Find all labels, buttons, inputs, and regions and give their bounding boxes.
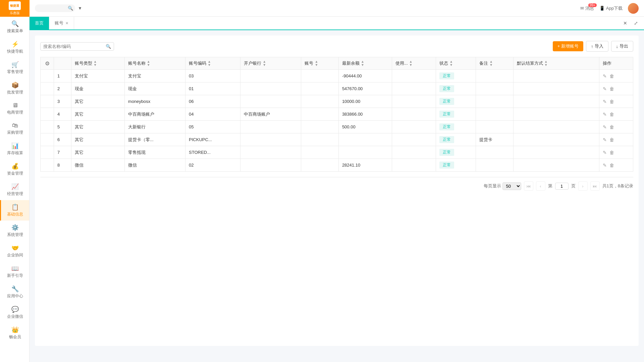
topbar-dropdown[interactable]: ▼ bbox=[78, 6, 82, 11]
balance-header-label: 最新余额 bbox=[342, 60, 360, 66]
sort-icon: ▲▼ bbox=[489, 60, 493, 67]
topbar-search-input[interactable] bbox=[39, 6, 66, 11]
import-button[interactable]: ↑ 导入 bbox=[586, 41, 608, 52]
row-code: 04 bbox=[185, 108, 240, 121]
row-settlement bbox=[513, 121, 599, 133]
message-badge: 99+ bbox=[588, 3, 597, 7]
sidebar-item-label: 电商管理 bbox=[7, 110, 23, 115]
status-header-label: 状态 bbox=[439, 60, 448, 66]
delete-icon[interactable]: 🗑 bbox=[609, 99, 614, 104]
delete-icon[interactable]: 🗑 bbox=[609, 137, 614, 142]
no-column-header bbox=[54, 57, 71, 70]
tab-account[interactable]: 账号 ✕ bbox=[49, 17, 74, 29]
settings-column-header[interactable]: ⚙ bbox=[41, 57, 54, 70]
settlement-header-label: 默认结算方式 bbox=[517, 60, 543, 66]
code-header-label: 账号编码 bbox=[189, 60, 206, 66]
row-balance: 10000.00 bbox=[338, 95, 392, 108]
usage-column-header[interactable]: 使用... ▲▼ bbox=[392, 57, 436, 70]
sidebar-item-label: 零售管理 bbox=[7, 69, 23, 75]
edit-icon[interactable]: ✎ bbox=[603, 112, 607, 117]
row-settlement bbox=[513, 70, 599, 82]
row-settlement bbox=[513, 133, 599, 146]
row-no: 6 bbox=[54, 133, 71, 146]
sidebar-item-member[interactable]: 👑 畅会员 bbox=[0, 323, 29, 343]
edit-icon[interactable]: ✎ bbox=[603, 99, 607, 104]
sidebar-item-basic[interactable]: 📋 基础信息 bbox=[0, 200, 29, 221]
row-usage bbox=[392, 108, 436, 121]
sidebar-item-retail[interactable]: 🛒 零售管理 bbox=[0, 58, 29, 78]
delete-icon[interactable]: 🗑 bbox=[609, 112, 614, 117]
first-page-button[interactable]: ⏮ bbox=[524, 181, 533, 191]
table-row: 8 微信 微信 02 28241.10 正常 ✎ 🗑 bbox=[41, 159, 633, 172]
edit-icon[interactable]: ✎ bbox=[603, 163, 607, 168]
maximize-window-button[interactable]: ⤢ bbox=[632, 19, 640, 27]
delete-icon[interactable]: 🗑 bbox=[609, 150, 614, 155]
delete-icon[interactable]: 🗑 bbox=[609, 73, 614, 79]
sidebar-item-guide[interactable]: 📖 新手引导 bbox=[0, 261, 29, 282]
sidebar-item-label: 批发管理 bbox=[7, 89, 23, 95]
close-window-button[interactable]: ✕ bbox=[621, 19, 629, 27]
tab-home[interactable]: 首页 bbox=[30, 17, 49, 29]
message-button[interactable]: ✉ 消息 99+ bbox=[580, 5, 594, 11]
type-column-header[interactable]: 账号类型 ▲▼ bbox=[71, 57, 124, 70]
balance-column-header[interactable]: 最新余额 ▲▼ bbox=[338, 57, 392, 70]
import-icon: ↑ bbox=[591, 44, 593, 49]
sidebar-item-finance[interactable]: 💰 资金管理 bbox=[0, 159, 29, 180]
sidebar-item-wholesale[interactable]: 📦 批发管理 bbox=[0, 78, 29, 99]
edit-icon[interactable]: ✎ bbox=[603, 73, 607, 79]
row-actions: ✎ 🗑 bbox=[599, 70, 633, 82]
app-download-button[interactable]: 📱 App下载 bbox=[599, 5, 623, 11]
edit-icon[interactable]: ✎ bbox=[603, 124, 607, 130]
delete-icon[interactable]: 🗑 bbox=[609, 86, 614, 92]
row-bank: 中百商场账户 bbox=[240, 108, 301, 121]
delete-icon[interactable]: 🗑 bbox=[609, 163, 614, 168]
app-logo: 畅捷通 乐惠版 bbox=[0, 0, 30, 17]
tab-home-label: 首页 bbox=[35, 20, 44, 26]
sidebar-item-agreement[interactable]: 🤝 企业协同 bbox=[0, 241, 29, 261]
export-button[interactable]: ↓ 导出 bbox=[611, 41, 634, 52]
edit-icon[interactable]: ✎ bbox=[603, 137, 607, 142]
row-type: 其它 bbox=[71, 121, 124, 133]
sidebar-item-wechat[interactable]: 💬 企业微信 bbox=[0, 302, 29, 323]
topbar-search[interactable]: 🔍 bbox=[35, 4, 75, 12]
remark-column-header[interactable]: 备注 ▲▼ bbox=[476, 57, 514, 70]
page-suffix-label: 页 bbox=[571, 183, 576, 189]
row-account bbox=[301, 133, 339, 146]
sidebar-item-app-center[interactable]: 🔧 应用中心 bbox=[0, 282, 29, 302]
settlement-column-header[interactable]: 默认结算方式 ▲▼ bbox=[513, 57, 599, 70]
sidebar-item-inventory[interactable]: 📊 库存核算 bbox=[0, 139, 29, 159]
table-search-input[interactable] bbox=[43, 44, 104, 49]
bank-column-header[interactable]: 开户银行 ▲▼ bbox=[240, 57, 301, 70]
sidebar-item-label: 快捷导航 bbox=[7, 49, 23, 54]
delete-icon[interactable]: 🗑 bbox=[609, 124, 614, 130]
add-account-button[interactable]: + 新增账号 bbox=[553, 41, 583, 51]
prev-page-button[interactable]: ‹ bbox=[536, 181, 545, 191]
status-column-header[interactable]: 状态 ▲▼ bbox=[436, 57, 476, 70]
sidebar-item-system[interactable]: ⚙️ 系统管理 bbox=[0, 221, 29, 241]
sidebar-item-operation[interactable]: 📈 经营管理 bbox=[0, 180, 29, 200]
table-search-wrap[interactable]: 🔍 bbox=[40, 42, 114, 51]
tab-account-close-icon[interactable]: ✕ bbox=[65, 21, 68, 25]
row-code: 05 bbox=[185, 121, 240, 133]
sidebar-item-search[interactable]: 🔍 搜索菜单 bbox=[0, 17, 29, 37]
row-settings bbox=[41, 159, 54, 172]
page-size-select[interactable]: 50 10 20 100 bbox=[502, 182, 521, 190]
sidebar-item-label: 基础信息 bbox=[7, 212, 23, 217]
sidebar-item-quick[interactable]: ⚡ 快捷导航 bbox=[0, 37, 29, 58]
member-icon: 👑 bbox=[11, 326, 19, 334]
user-avatar[interactable] bbox=[628, 3, 639, 14]
last-page-button[interactable]: ⏭ bbox=[590, 181, 600, 191]
row-no: 2 bbox=[54, 82, 71, 95]
sidebar-item-ecommerce[interactable]: 🖥 电商管理 bbox=[0, 99, 29, 119]
next-page-button[interactable]: › bbox=[578, 181, 588, 191]
row-actions: ✎ 🗑 bbox=[599, 121, 633, 133]
edit-icon[interactable]: ✎ bbox=[603, 86, 607, 92]
edit-icon[interactable]: ✎ bbox=[603, 150, 607, 155]
name-column-header[interactable]: 账号名称 ▲▼ bbox=[124, 57, 185, 70]
sidebar-item-purchase[interactable]: 🛍 采购管理 bbox=[0, 119, 29, 139]
table-search-icon: 🔍 bbox=[106, 44, 111, 49]
status-badge: 正常 bbox=[439, 162, 454, 169]
code-column-header[interactable]: 账号编码 ▲▼ bbox=[185, 57, 240, 70]
current-page-input[interactable] bbox=[555, 183, 569, 190]
account-column-header[interactable]: 账号 ▲▼ bbox=[301, 57, 339, 70]
